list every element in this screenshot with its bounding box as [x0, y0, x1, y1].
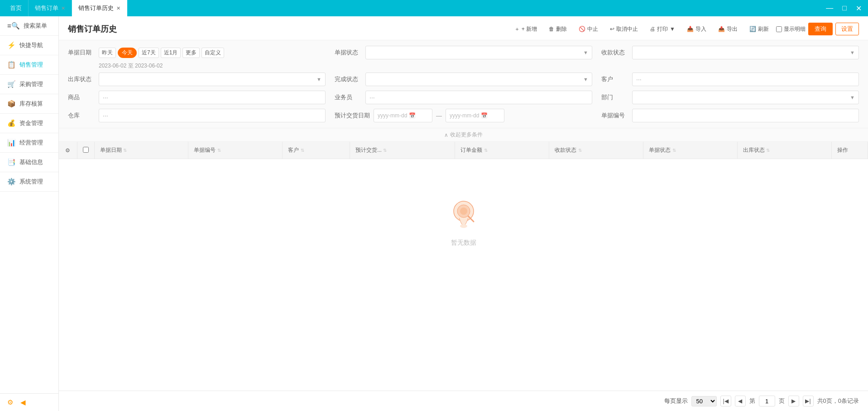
tab-sales-order-history[interactable]: 销售订单历史 ✕: [72, 0, 127, 16]
sidebar-item-basic-info-label: 基础信息: [19, 158, 43, 166]
sidebar-item-quick-nav[interactable]: ⚡ 快捷导航: [0, 36, 58, 55]
col-customer[interactable]: 客户 ⇅: [283, 142, 350, 159]
col-bill-date[interactable]: 单据日期 ⇅: [94, 142, 188, 159]
sidebar-item-finance[interactable]: 💰 资金管理: [0, 114, 58, 133]
delivery-date-to[interactable]: yyyy-mm-dd 📅: [446, 109, 504, 122]
goods-input[interactable]: ···: [99, 91, 326, 104]
sidebar-item-quick-nav-label: 快捷导航: [19, 41, 43, 49]
next-page-btn[interactable]: ▶: [788, 396, 799, 406]
refresh-icon: 🔄: [749, 26, 756, 32]
col-expected-delivery-label: 预计交货...: [355, 147, 382, 153]
col-order-amount[interactable]: 订单金额 ⇅: [455, 142, 549, 159]
cancel-stop-label: 取消中止: [616, 25, 638, 33]
date-btn-1month[interactable]: 近1月: [161, 48, 181, 58]
customer-label: 客户: [601, 75, 628, 83]
display-detail-checkbox[interactable]: 显示明细: [776, 25, 806, 33]
sidebar-collapse-icon[interactable]: ◀: [20, 398, 26, 406]
tab-home[interactable]: 首页: [4, 0, 29, 16]
date-btn-more[interactable]: 更多: [182, 48, 200, 58]
filter-department: 部门 ▼: [601, 91, 859, 104]
new-button[interactable]: ＋ + 新增: [510, 24, 542, 35]
filter-date: 单据日期 昨天 今天 近7天 近1月 更多 自定义: [68, 48, 326, 58]
minimize-btn[interactable]: —: [823, 3, 836, 13]
delete-button[interactable]: 🗑 删除: [544, 24, 571, 35]
maximize-btn[interactable]: □: [839, 3, 849, 13]
first-page-btn[interactable]: |◀: [720, 396, 731, 406]
collection-status-select[interactable]: ▼: [632, 46, 859, 59]
col-bill-status[interactable]: 单据状态 ⇅: [643, 142, 738, 159]
settings-button[interactable]: 设置: [835, 23, 859, 35]
date-btn-yesterday[interactable]: 昨天: [99, 48, 116, 58]
cancel-stop-icon: ↩: [610, 26, 614, 32]
col-expected-delivery-sort-icon: ⇅: [383, 148, 387, 153]
sidebar-item-operations[interactable]: 📊 经营管理: [0, 133, 58, 153]
sidebar-item-purchase-mgmt[interactable]: 🛒 采购管理: [0, 75, 58, 94]
cancel-stop-button[interactable]: ↩ 取消中止: [605, 24, 643, 35]
export-button[interactable]: 📤 导出: [714, 24, 742, 35]
customer-input[interactable]: ···: [632, 73, 859, 86]
stop-button[interactable]: 🚫 中止: [574, 24, 603, 35]
sidebar-item-inventory[interactable]: 📦 库存核算: [0, 94, 58, 114]
department-select[interactable]: ▼: [632, 91, 859, 104]
delivery-date-from[interactable]: yyyy-mm-dd 📅: [374, 109, 432, 122]
bill-status-select[interactable]: ▼: [365, 46, 592, 59]
tab-sales-order[interactable]: 销售订单 ✕: [29, 0, 72, 16]
query-button[interactable]: 查询: [808, 23, 833, 35]
col-collection-status[interactable]: 收款状态 ⇅: [549, 142, 643, 159]
filter-warehouse: 仓库 ···: [68, 109, 326, 122]
main-layout: ≡🔍 搜索菜单 ⚡ 快捷导航 📋 销售管理 🛒 采购管理 📦 库存核算 💰 资金…: [0, 16, 868, 411]
sidebar-item-sales-mgmt-label: 销售管理: [19, 61, 43, 69]
refresh-button[interactable]: 🔄 刷新: [745, 24, 773, 35]
finance-icon: 💰: [7, 119, 16, 127]
filter-customer: 客户 ···: [601, 73, 859, 86]
expected-delivery-label: 预计交货日期: [335, 111, 370, 120]
last-page-btn[interactable]: ▶|: [803, 396, 814, 406]
warehouse-input[interactable]: ···: [99, 109, 326, 122]
completion-status-select[interactable]: ▼: [365, 73, 592, 86]
print-button[interactable]: 🖨 打印 ▼: [645, 24, 680, 35]
bill-number-input[interactable]: [632, 109, 859, 122]
page-input[interactable]: [759, 396, 775, 406]
col-expected-delivery[interactable]: 预计交货... ⇅: [350, 142, 455, 159]
col-check: [77, 142, 94, 159]
import-button[interactable]: 📥 导入: [682, 24, 711, 35]
select-all-checkbox[interactable]: [83, 147, 89, 153]
tab-sales-order-history-close[interactable]: ✕: [116, 5, 120, 11]
delivery-status-select[interactable]: ▼: [99, 73, 326, 86]
table-footer: 每页显示 50 10 20 100 |◀ ◀ 第 页 ▶ ▶| 共0页，0条记录: [59, 391, 868, 411]
completion-status-label: 完成状态: [335, 75, 362, 83]
display-detail-input[interactable]: [776, 26, 782, 32]
col-bill-number[interactable]: 单据编号 ⇅: [188, 142, 283, 159]
sidebar-item-search-menu[interactable]: ≡🔍 搜索菜单: [0, 16, 58, 36]
salesman-label: 业务员: [335, 93, 362, 102]
collection-status-label: 收款状态: [601, 48, 628, 57]
col-delivery-status[interactable]: 出库状态 ⇅: [738, 142, 832, 159]
sidebar-item-sales-mgmt[interactable]: 📋 销售管理: [0, 55, 58, 75]
col-settings[interactable]: ⚙: [59, 142, 77, 159]
col-bill-status-sort-icon: ⇅: [672, 148, 676, 153]
prev-page-btn[interactable]: ◀: [735, 396, 746, 406]
date-btn-7days[interactable]: 近7天: [139, 48, 159, 58]
per-page-select[interactable]: 50 10 20 100: [691, 396, 717, 406]
close-btn[interactable]: ✕: [853, 3, 864, 14]
toolbar: ＋ + 新增 🗑 删除 🚫 中止 ↩ 取消中止 🖨 打印: [510, 23, 859, 35]
filter-completion-status: 完成状态 ▼: [335, 73, 592, 86]
page-header: 销售订单历史 ＋ + 新增 🗑 删除 🚫 中止 ↩ 取消中止: [59, 16, 868, 40]
completion-status-arrow-icon: ▼: [583, 77, 588, 82]
col-order-amount-label: 订单金额: [460, 147, 482, 153]
date-btn-custom[interactable]: 自定义: [201, 48, 224, 58]
salesman-input[interactable]: ···: [365, 91, 592, 104]
col-customer-label: 客户: [288, 147, 299, 153]
sidebar-item-system-mgmt[interactable]: ⚙️ 系统管理: [0, 172, 58, 192]
tab-sales-order-close[interactable]: ✕: [61, 5, 65, 11]
basic-info-icon: 📑: [7, 158, 16, 166]
table-area: ⚙ 单据日期 ⇅ 单据编号 ⇅ 客户: [59, 142, 868, 391]
filter-delivery-status: 出库状态 ▼: [68, 73, 326, 86]
collapse-row[interactable]: ∧ 收起更多条件: [59, 128, 868, 142]
sidebar-item-basic-info[interactable]: 📑 基础信息: [0, 153, 58, 172]
sidebar-settings-icon[interactable]: ⚙: [7, 398, 13, 406]
new-label: + 新增: [522, 25, 537, 33]
date-btn-today[interactable]: 今天: [118, 48, 137, 58]
inventory-icon: 📦: [7, 100, 16, 108]
top-bar: 首页 销售订单 ✕ 销售订单历史 ✕ — □ ✕: [0, 0, 868, 16]
